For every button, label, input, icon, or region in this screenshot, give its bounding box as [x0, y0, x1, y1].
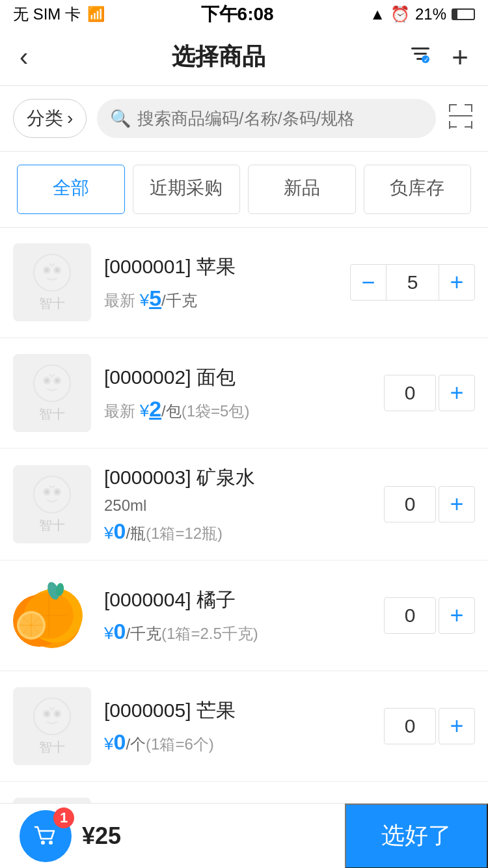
svg-rect-6	[449, 104, 450, 112]
wifi-icon: 📶	[87, 6, 105, 23]
list-item: 智十 [0000001] 苹果 最新 ¥5/千克 − +	[0, 228, 488, 337]
quantity-control: +	[384, 597, 475, 634]
cart-button[interactable]: 1	[20, 810, 72, 862]
product-spec: 250ml	[104, 496, 371, 515]
svg-text:✓: ✓	[424, 56, 429, 63]
alarm-icon: ⏰	[390, 5, 410, 23]
quantity-decrease-button[interactable]: −	[350, 264, 386, 301]
svg-rect-13	[449, 115, 472, 116]
price-unit: /千克	[161, 292, 197, 309]
quantity-control: +	[384, 486, 475, 522]
svg-point-23	[55, 379, 59, 383]
svg-rect-8	[471, 104, 472, 112]
product-image: 智十	[13, 465, 91, 543]
quantity-control: +	[384, 375, 475, 411]
quantity-increase-button[interactable]: +	[439, 486, 475, 522]
svg-point-58	[41, 841, 45, 845]
price-value: 0	[113, 729, 126, 754]
bottom-bar: 1 ¥25 选好了	[0, 803, 488, 868]
product-image: 智十	[13, 687, 91, 765]
search-icon: 🔍	[110, 109, 131, 129]
product-name: [0000002] 面包	[104, 364, 371, 391]
page-title: 选择商品	[172, 41, 265, 73]
svg-point-19	[34, 365, 70, 401]
price-unit: /个	[126, 735, 146, 753]
battery-icon	[452, 8, 475, 20]
svg-point-43	[34, 698, 70, 735]
product-price: ¥0/千克(1箱=2.5千克)	[104, 619, 371, 644]
svg-point-22	[45, 379, 49, 383]
product-info: [0000002] 面包 最新 ¥2/包(1袋=5包)	[104, 364, 371, 422]
price-unit: /千克	[126, 625, 161, 642]
price-unit: /包	[161, 402, 182, 420]
box-info: (1袋=5包)	[182, 402, 250, 420]
filter-icon[interactable]: ✓	[409, 42, 432, 72]
quantity-input[interactable]	[384, 486, 436, 522]
product-info: [0000003] 矿泉水 250ml ¥0/瓶(1箱=12瓶)	[104, 465, 371, 544]
svg-point-27	[45, 490, 49, 494]
price-value: 5	[149, 286, 161, 310]
search-area: 分类 › 🔍	[0, 86, 488, 152]
add-button[interactable]: +	[452, 41, 468, 74]
carrier-text: 无 SIM 卡	[13, 4, 81, 25]
svg-rect-0	[411, 47, 429, 49]
list-item: 智十 [0000005] 芒果 ¥0/个(1箱=6个) +	[0, 671, 488, 781]
svg-point-14	[34, 254, 70, 291]
search-input[interactable]	[137, 109, 423, 129]
quantity-input[interactable]	[386, 264, 439, 301]
status-bar: 无 SIM 卡 📶 下午6:08 ▲ ⏰ 21%	[0, 0, 488, 29]
filter-tabs: 全部 近期采购 新品 负库存	[0, 152, 488, 228]
product-name: [0000004] 橘子	[104, 587, 371, 614]
search-box: 🔍	[97, 99, 436, 138]
product-list: 智十 [0000001] 苹果 最新 ¥5/千克 − +	[0, 228, 488, 868]
cart-badge: 1	[53, 807, 74, 828]
svg-rect-12	[471, 121, 472, 129]
svg-point-18	[55, 268, 59, 272]
nav-bar: ‹ 选择商品 ✓ +	[0, 29, 488, 86]
tab-all[interactable]: 全部	[17, 165, 125, 214]
product-price: 最新 ¥2/包(1袋=5包)	[104, 396, 371, 422]
tab-recent[interactable]: 近期采购	[133, 165, 241, 214]
price-value: 0	[113, 519, 126, 543]
quantity-input[interactable]	[384, 375, 436, 411]
nav-icons: ✓ +	[409, 41, 468, 74]
cart-area: 1 ¥25	[0, 810, 345, 862]
svg-point-59	[49, 841, 53, 845]
list-item: 智十 [0000003] 矿泉水 250ml ¥0/瓶(1箱=12瓶) +	[0, 449, 488, 560]
quantity-increase-button[interactable]: +	[439, 708, 475, 744]
scan-button[interactable]	[446, 102, 475, 136]
quantity-control: +	[384, 708, 475, 744]
price-value: 0	[113, 619, 126, 644]
svg-point-47	[55, 712, 59, 716]
category-label: 分类	[27, 106, 63, 131]
product-price: ¥0/个(1箱=6个)	[104, 729, 371, 755]
product-name: [0000005] 芒果	[104, 698, 371, 724]
list-item: 智十 [0000002] 面包 最新 ¥2/包(1袋=5包) +	[0, 338, 488, 448]
tab-new[interactable]: 新品	[248, 165, 356, 214]
quantity-input[interactable]	[384, 597, 436, 634]
svg-rect-1	[414, 53, 427, 55]
price-latest-label: 最新	[104, 402, 140, 420]
battery-text: 21%	[415, 5, 446, 23]
price-unit: /瓶	[126, 524, 146, 542]
svg-point-46	[45, 712, 49, 716]
price-latest-label: 最新	[104, 292, 140, 309]
svg-point-24	[34, 476, 70, 513]
product-image	[13, 576, 91, 655]
quantity-increase-button[interactable]: +	[439, 375, 475, 411]
product-price: ¥0/瓶(1箱=12瓶)	[104, 519, 371, 544]
cart-total: ¥25	[82, 822, 121, 850]
category-button[interactable]: 分类 ›	[13, 99, 87, 138]
status-right: ▲ ⏰ 21%	[370, 5, 475, 23]
back-button[interactable]: ‹	[20, 42, 28, 72]
product-image: 智十	[13, 243, 91, 321]
confirm-button[interactable]: 选好了	[345, 804, 488, 869]
price-value: 2	[149, 396, 161, 421]
tab-negative[interactable]: 负库存	[364, 165, 472, 214]
product-name: [0000001] 苹果	[104, 254, 337, 280]
quantity-input[interactable]	[384, 708, 436, 744]
product-info: [0000004] 橘子 ¥0/千克(1箱=2.5千克)	[104, 587, 371, 644]
category-arrow: ›	[67, 108, 73, 129]
quantity-increase-button[interactable]: +	[439, 597, 475, 634]
quantity-increase-button[interactable]: +	[439, 264, 475, 301]
